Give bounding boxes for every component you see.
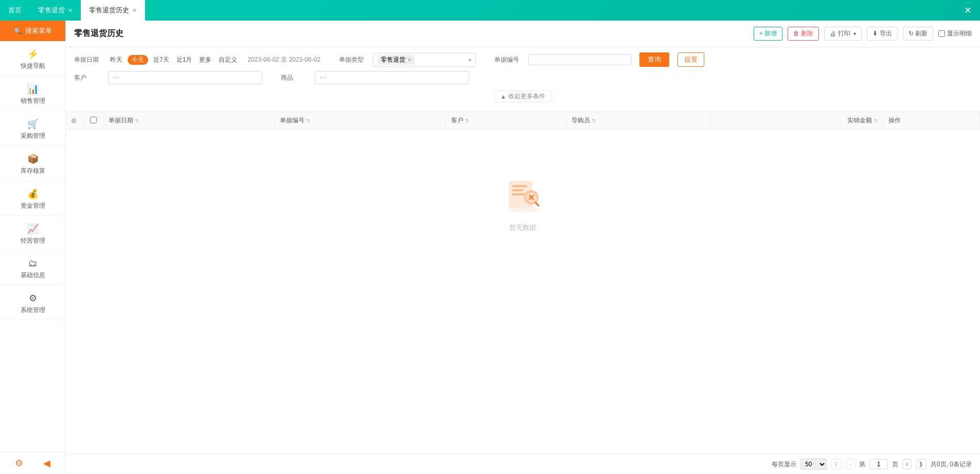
collapse-sidebar-icon[interactable]: ◀ [43, 458, 50, 469]
nav-item-采购管理[interactable]: 🛒 采购管理 [0, 111, 65, 146]
date-btn-today[interactable]: 今天 [128, 55, 148, 65]
nav-label-系统管理: 系统管理 [21, 306, 45, 315]
empty-state: 暂无数据 [66, 130, 980, 274]
nav-label-基础信息: 基础信息 [21, 271, 45, 280]
nav-icon-采购管理: 🛒 [27, 118, 39, 130]
th-customer-sort-icon[interactable]: ⇅ [465, 118, 469, 123]
th-date: 单据日期 ⇅ [103, 112, 274, 130]
page-size-select[interactable]: 50 20 100 [800, 459, 827, 470]
nav-label-快捷导航: 快捷导航 [21, 62, 45, 70]
nav-item-基础信息[interactable]: 🗂 基础信息 [0, 251, 65, 285]
sidebar-nav: ⚡ 快捷导航 📊 销售管理 🛒 采购管理 📦 库存核算 💰 资金管理 📈 经营管… [0, 41, 65, 452]
pagination-summary: 共0页, 0条记录 [931, 460, 972, 469]
date-btn-custom[interactable]: 自定义 [217, 55, 239, 65]
sidebar-search-label: 搜索菜单 [25, 26, 52, 35]
date-btn-more[interactable]: 更多 [197, 55, 213, 65]
table-body: 暂无数据 [66, 130, 980, 274]
filter-row-1: 单据日期 昨天 今天 近7天 近1月 更多 自定义 2023-06-02 至 2… [74, 52, 972, 67]
svg-rect-3 [512, 189, 523, 191]
refresh-button[interactable]: ↻ 刷新 [903, 27, 933, 41]
pagination-bar: 每页显示 50 20 100 ⟪ ‹ 第 页 › ⟫ 共0页, 0条记录 [66, 454, 980, 474]
th-number-sort-icon[interactable]: ⇅ [306, 118, 310, 123]
page-title: 零售退货历史 [74, 28, 123, 39]
nav-label-经营管理: 经营管理 [21, 236, 45, 245]
type-filter-select[interactable]: 零售退货 ✕ ▾ [373, 53, 476, 67]
table-header: ⚙ 单据日期 ⇅ 单据编号 [66, 112, 980, 130]
collapse-more-row: ▲ 收起更多条件 [74, 88, 972, 106]
type-filter-tag: 零售退货 ✕ [378, 55, 415, 65]
type-tag-close[interactable]: ✕ [407, 57, 412, 63]
page-number-input[interactable] [869, 459, 888, 469]
th-amount-sort-icon[interactable]: ⇅ [874, 118, 878, 123]
th-number-label: 单据编号 [280, 116, 305, 125]
nav-label-销售管理: 销售管理 [21, 97, 45, 105]
date-filter-label: 单据日期 [74, 56, 100, 64]
tab-close-icon[interactable]: ✕ [132, 7, 137, 14]
goods-filter-input[interactable]: ··· [315, 71, 469, 84]
date-btn-7days[interactable]: 近7天 [151, 55, 171, 65]
sidebar: 🔍 搜索菜单 ⚡ 快捷导航 📊 销售管理 🛒 采购管理 📦 库存核算 💰 资金管… [0, 21, 66, 474]
th-customer-label: 客户 [451, 116, 464, 125]
goods-filter-label: 商品 [281, 74, 307, 82]
display-detail-toggle[interactable]: 显示明细 [938, 29, 972, 38]
window-close-button[interactable]: ✕ [956, 5, 980, 16]
nav-item-库存核算[interactable]: 📦 库存核算 [0, 146, 65, 181]
tab-首页[interactable]: 首页 [0, 0, 30, 21]
display-detail-checkbox[interactable] [938, 30, 945, 37]
nav-item-快捷导航[interactable]: ⚡ 快捷导航 [0, 41, 65, 76]
tab-零售退货[interactable]: 零售退货✕ [30, 0, 81, 21]
tab-list: 首页零售退货✕零售退货历史✕ [0, 0, 956, 21]
collapse-more-button[interactable]: ▲ 收起更多条件 [494, 90, 553, 102]
tab-label: 首页 [8, 6, 22, 15]
date-btn-1month[interactable]: 近1月 [174, 55, 194, 65]
th-action-label: 操作 [888, 117, 901, 124]
add-button[interactable]: + 新增 [754, 27, 782, 41]
select-all-checkbox[interactable] [90, 117, 97, 123]
delete-button[interactable]: 🗑 删除 [788, 27, 819, 41]
column-settings-icon[interactable]: ⚙ [71, 117, 77, 124]
customer-filter-input[interactable]: ··· [108, 71, 262, 84]
date-filter-buttons: 昨天 今天 近7天 近1月 更多 自定义 [108, 55, 239, 65]
nav-icon-库存核算: 📦 [27, 153, 39, 165]
th-number: 单据编号 ⇅ [274, 112, 446, 130]
search-icon: 🔍 [14, 27, 22, 35]
empty-state-icon [500, 171, 546, 217]
date-btn-yesterday[interactable]: 昨天 [108, 55, 124, 65]
collapse-more-label: 收起更多条件 [508, 92, 545, 101]
page-prev-button[interactable]: ‹ [846, 459, 855, 469]
settings-bottom-icon[interactable]: ⚙ [15, 458, 23, 469]
tab-close-icon[interactable]: ✕ [68, 7, 73, 14]
nav-item-系统管理[interactable]: ⚙ 系统管理 [0, 285, 65, 320]
main-content: 零售退货历史 + 新增 🗑 删除 🖨 打印 ▾ ⬇ 导出 ↻ 刷新 显示明细 [66, 21, 980, 474]
th-guide-sort-icon[interactable]: ⇅ [592, 118, 596, 123]
th-customer: 客户 ⇅ [446, 112, 566, 130]
number-filter-input[interactable] [528, 54, 631, 65]
tab-零售退货历史[interactable]: 零售退货历史✕ [81, 0, 145, 21]
empty-state-text: 暂无数据 [509, 223, 536, 232]
tab-label: 零售退货历史 [89, 6, 129, 15]
print-button[interactable]: 🖨 打印 ▾ [824, 27, 862, 41]
page-header: 零售退货历史 + 新增 🗑 删除 🖨 打印 ▾ ⬇ 导出 ↻ 刷新 显示明细 [66, 21, 980, 47]
print-icon: 🖨 [830, 30, 836, 38]
query-button[interactable]: 查询 [639, 52, 669, 67]
table-header-row: ⚙ 单据日期 ⇅ 单据编号 [66, 112, 980, 130]
nav-icon-销售管理: 📊 [27, 83, 39, 95]
sidebar-search-button[interactable]: 🔍 搜索菜单 [0, 21, 65, 41]
data-table: ⚙ 单据日期 ⇅ 单据编号 [66, 112, 980, 274]
page-last-button[interactable]: ⟫ [916, 459, 926, 469]
print-dropdown-icon: ▾ [853, 31, 856, 37]
nav-item-经营管理[interactable]: 📈 经营管理 [0, 216, 65, 251]
svg-rect-4 [512, 193, 525, 195]
nav-icon-资金管理: 💰 [27, 188, 39, 199]
settings-button[interactable]: 设置 [678, 52, 704, 67]
type-dropdown-arrow: ▾ [469, 57, 471, 63]
display-detail-label: 显示明细 [947, 29, 972, 38]
page-next-button[interactable]: › [902, 459, 912, 469]
nav-label-资金管理: 资金管理 [21, 202, 45, 210]
th-date-sort-icon[interactable]: ⇅ [135, 118, 139, 123]
nav-item-资金管理[interactable]: 💰 资金管理 [0, 181, 65, 216]
export-button[interactable]: ⬇ 导出 [867, 27, 897, 41]
nav-item-销售管理[interactable]: 📊 销售管理 [0, 76, 65, 111]
page-first-button[interactable]: ⟪ [831, 459, 842, 469]
number-filter-label: 单据编号 [494, 56, 520, 64]
